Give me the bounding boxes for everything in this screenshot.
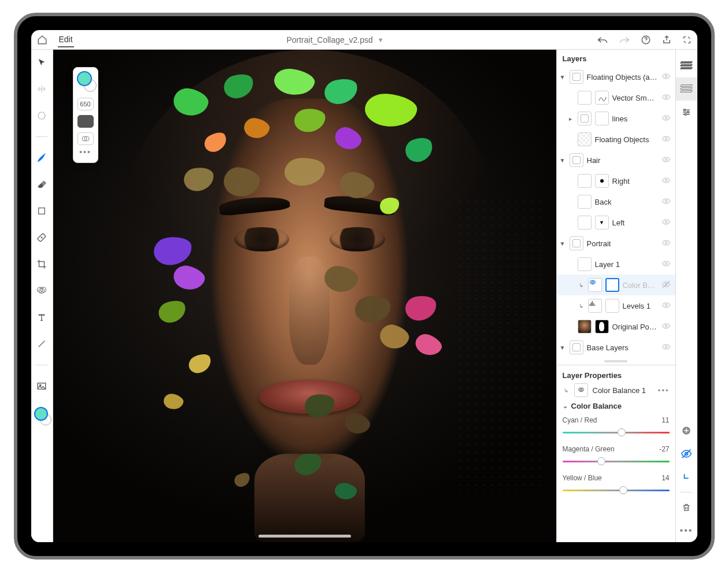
fg-color-swatch[interactable] [35, 408, 47, 420]
brush-hardness-chip[interactable] [77, 115, 94, 128]
color-swatches[interactable] [34, 408, 49, 425]
help-icon[interactable] [641, 35, 651, 45]
right-icon-strip: ••• [675, 50, 697, 542]
layer-row[interactable]: Vector Smart… [557, 87, 675, 108]
visibility-toggle-icon[interactable] [676, 442, 697, 465]
layer-row[interactable]: ↳Levels 1 [557, 295, 675, 316]
expand-caret-icon[interactable]: ▼ [559, 157, 566, 164]
visibility-icon[interactable] [662, 342, 672, 353]
layer-row[interactable]: ▼Portrait [557, 233, 675, 254]
chevron-down-icon[interactable]: ▼ [378, 36, 384, 43]
layer-row[interactable]: ▼Floating Objects (alway… [557, 66, 675, 87]
canvas[interactable] [53, 50, 556, 542]
visibility-icon[interactable] [662, 217, 672, 228]
brush-tool-icon[interactable] [35, 151, 49, 165]
home-icon[interactable] [37, 35, 47, 45]
add-layer-icon[interactable] [676, 419, 697, 442]
layer-row[interactable]: ▸lines [557, 108, 675, 129]
visibility-icon[interactable] [662, 321, 672, 332]
lasso-tool-icon[interactable] [35, 109, 49, 123]
layers-list[interactable]: ▼Floating Objects (alway…Vector Smart…▸l… [557, 66, 675, 358]
layers-compact-icon[interactable] [676, 54, 697, 77]
eraser-tool-icon[interactable] [35, 177, 49, 191]
fullscreen-icon[interactable] [682, 35, 692, 45]
fg-color-swatch[interactable] [78, 72, 91, 85]
layers-detail-icon[interactable] [676, 77, 697, 101]
layer-row[interactable]: ↳Color Balan… [557, 275, 675, 295]
layer-row[interactable]: Layer 1 [557, 254, 675, 275]
expand-caret-icon[interactable]: ▼ [559, 74, 566, 80]
more-icon[interactable]: ••• [658, 386, 670, 395]
edit-menu[interactable]: Edit [58, 32, 74, 47]
document-title[interactable]: Portrait_Collage_v2.psd [286, 35, 372, 45]
more-icon[interactable]: ••• [79, 150, 91, 158]
layer-mask-thumb[interactable] [595, 91, 609, 105]
adjust-tool-icon[interactable] [35, 284, 49, 298]
layer-row[interactable]: Floating Objects [557, 129, 675, 150]
line-tool-icon[interactable] [35, 337, 49, 351]
color-balance-slider[interactable]: Yellow / Blue14 [563, 474, 670, 495]
undo-icon[interactable] [597, 35, 608, 45]
slider-track[interactable] [563, 486, 670, 495]
clip-mask-icon[interactable] [676, 465, 697, 488]
layer-label: Hair [587, 156, 658, 165]
layer-mask-thumb[interactable]: ▼ [595, 216, 609, 229]
svg-point-36 [688, 112, 689, 113]
slider-knob[interactable] [618, 428, 626, 436]
move-tool-icon[interactable] [35, 55, 49, 69]
slider-knob[interactable] [619, 486, 627, 494]
adjustment-type-icon[interactable] [574, 383, 588, 397]
brush-size-value[interactable]: 650 [77, 98, 94, 110]
expand-caret-icon[interactable]: ▼ [559, 344, 566, 351]
visibility-icon[interactable] [662, 134, 672, 144]
properties-icon[interactable] [676, 101, 697, 124]
expand-caret-icon[interactable]: ▸ [567, 116, 574, 122]
color-balance-slider[interactable]: Cyan / Red11 [563, 416, 670, 437]
layer-row[interactable]: Original Portr… [557, 316, 675, 337]
panel-drag-handle[interactable] [604, 360, 627, 362]
svg-point-29 [665, 304, 667, 306]
properties-section-toggle[interactable]: ⌄ Color Balance [563, 402, 670, 410]
layer-row[interactable]: ▼Hair [557, 150, 675, 171]
layer-row[interactable]: ▼Base Layers [557, 337, 675, 358]
visibility-icon[interactable] [662, 259, 672, 269]
delete-layer-icon[interactable] [676, 496, 697, 519]
type-tool-icon[interactable] [35, 310, 49, 324]
visibility-off-icon[interactable] [662, 280, 672, 290]
brush-color-swatches[interactable] [77, 72, 94, 93]
slider-track[interactable] [563, 457, 670, 466]
place-image-tool-icon[interactable] [35, 379, 49, 393]
layer-row[interactable]: Back [557, 191, 675, 212]
brush-blend-chip[interactable] [77, 132, 94, 145]
visibility-icon[interactable] [662, 72, 672, 82]
chevron-down-icon: ⌄ [563, 402, 568, 410]
layer-mask-thumb[interactable] [605, 299, 619, 313]
visibility-icon[interactable] [662, 92, 672, 103]
ipad-home-indicator[interactable] [258, 535, 351, 538]
more-options-icon[interactable]: ••• [676, 519, 697, 542]
visibility-icon[interactable] [662, 176, 672, 186]
share-icon[interactable] [662, 35, 672, 45]
visibility-icon[interactable] [662, 155, 672, 165]
transform-tool-icon[interactable] [35, 82, 49, 96]
visibility-icon[interactable] [662, 197, 672, 207]
visibility-icon[interactable] [662, 301, 672, 311]
color-balance-slider[interactable]: Magenta / Green-27 [563, 445, 670, 466]
layer-row[interactable]: ▼Left [557, 212, 675, 233]
layer-mask-thumb[interactable] [595, 112, 609, 125]
heal-tool-icon[interactable] [35, 231, 49, 244]
layer-mask-thumb[interactable] [595, 320, 609, 334]
redo-icon[interactable] [619, 35, 630, 45]
layer-label: Portrait [587, 239, 658, 248]
layer-mask-thumb[interactable] [595, 174, 609, 188]
brush-options-panel[interactable]: 650 ••• [73, 67, 98, 163]
layer-row[interactable]: Right [557, 171, 675, 191]
visibility-icon[interactable] [662, 238, 672, 249]
crop-tool-icon[interactable] [35, 257, 49, 271]
slider-track[interactable] [563, 428, 670, 437]
expand-caret-icon[interactable]: ▼ [559, 240, 566, 247]
slider-knob[interactable] [597, 457, 605, 465]
visibility-icon[interactable] [662, 113, 672, 124]
fill-tool-icon[interactable] [35, 204, 49, 218]
layer-mask-thumb[interactable] [605, 278, 619, 292]
